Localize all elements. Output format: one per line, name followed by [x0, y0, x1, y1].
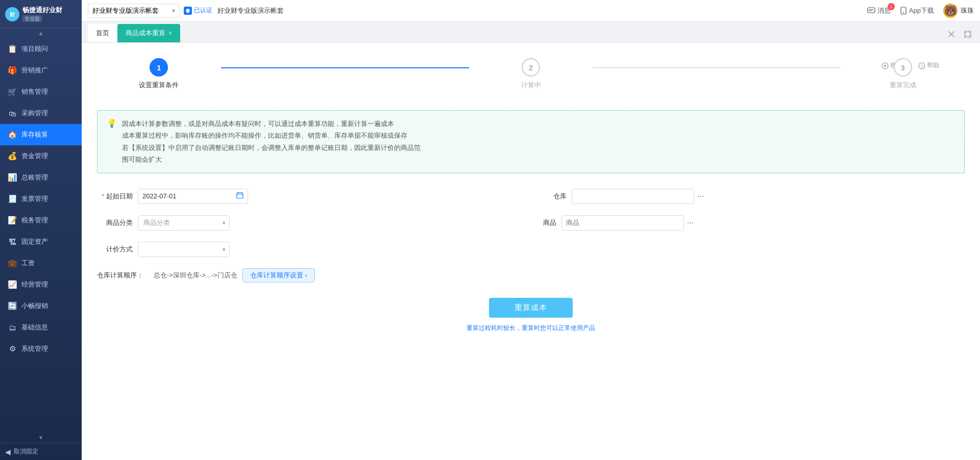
assets-icon: 🏗 [7, 237, 17, 247]
svg-rect-10 [237, 193, 243, 198]
step-1-label: 设置重算条件 [139, 81, 179, 90]
main-area: 好业财专业版演示帐套 ▾ 已认证 好业财专业版演示帐套 消息 1 [82, 0, 980, 460]
sidebar-unpin[interactable]: ◀ 取消固定 [0, 443, 82, 460]
warehouse-label: 仓库 [531, 192, 567, 201]
invoice-icon: 🧾 [7, 194, 17, 204]
tabbar-right [945, 28, 974, 42]
sidebar-item-finance[interactable]: 💰 资金管理 [0, 145, 82, 167]
warehouse-input-wrap [572, 189, 694, 204]
tab-expand-button[interactable] [962, 28, 974, 40]
step-2: 2 计算中 [469, 58, 593, 90]
project-icon: 📋 [7, 44, 17, 54]
form-row-3: 计价方式 ▾ [97, 242, 965, 257]
warehouse-order-row: 仓库计算顺序： 总仓->深圳仓库->...->门店仓 仓库计算顺序设置 › [97, 268, 965, 283]
recalc-section: 重算成本 重算过程耗时较长，重算时您可以正常使用产品 [97, 298, 965, 333]
sidebar-logo-text: 畅捷通好业财 专业版 [22, 6, 62, 22]
sidebar-item-assets[interactable]: 🏗 固定资产 [0, 231, 82, 252]
marketing-icon: 🎁 [7, 65, 17, 75]
tax-icon: 📝 [7, 215, 17, 225]
sidebar-item-project[interactable]: 📋 项目顾问 [0, 38, 82, 60]
accounting-icon: 📊 [7, 172, 17, 183]
page-content: 视频 | ? 帮助 1 设置重算条件 [82, 43, 980, 460]
tab-active[interactable]: 商品成本重算 × [117, 24, 180, 42]
x-icon [948, 31, 955, 38]
svg-rect-2 [868, 8, 875, 13]
step-1: 1 设置重算条件 [97, 58, 221, 90]
pricing-select[interactable] [138, 242, 230, 257]
sidebar-item-expense[interactable]: 🔄 小畅报销 [0, 295, 82, 317]
form-row-1: 起始日期 2022-07-01 [97, 189, 965, 204]
calendar-icon[interactable] [232, 192, 248, 200]
sidebar-item-tax[interactable]: 📝 税务管理 [0, 210, 82, 231]
sales-icon: 🛒 [7, 87, 17, 97]
operation-icon: 📈 [7, 279, 17, 290]
pricing-select-wrap: ▾ [138, 242, 230, 257]
warehouse-input[interactable] [572, 189, 694, 203]
verified-badge: 已认证 [184, 6, 212, 15]
tab-home[interactable]: 首页 [88, 24, 117, 42]
step-3-label: 重算完成 [890, 81, 916, 90]
expense-icon: 🔄 [7, 301, 17, 311]
avatar: 🐻 [943, 4, 958, 18]
start-date-label: 起始日期 [97, 192, 133, 201]
category-label: 商品分类 [97, 218, 133, 227]
message-button[interactable]: 消息 1 [867, 6, 891, 15]
svg-rect-5 [965, 31, 971, 37]
inventory-icon: 🏠 [7, 130, 17, 140]
goods-input[interactable] [562, 216, 683, 230]
system-icon: ⚙ [7, 344, 17, 354]
sidebar-item-sales[interactable]: 🛒 销售管理 [0, 81, 82, 103]
dropdown-arrow-icon: ▾ [172, 7, 175, 14]
app-download-button[interactable]: App下载 [900, 6, 934, 15]
start-date-input[interactable] [138, 189, 232, 203]
logo-icon: 财 [5, 7, 19, 21]
goods-select-button[interactable]: ··· [684, 218, 697, 227]
sidebar-item-operation[interactable]: 📈 经营管理 [0, 274, 82, 295]
sidebar-item-system[interactable]: ⚙ 系统管理 [0, 338, 82, 360]
form-group-warehouse: 仓库 ··· [531, 189, 965, 204]
sidebar-item-marketing[interactable]: 🎁 营销推广 [0, 60, 82, 81]
phone-icon [900, 7, 907, 15]
shield-icon [184, 7, 192, 15]
topbar-right: 消息 1 App下载 🐻 珠珠 [867, 4, 974, 18]
base-icon: 🗂 [7, 322, 17, 333]
sidebar-logo: 财 畅捷通好业财 专业版 [0, 0, 82, 28]
category-select[interactable]: 商品分类 [138, 215, 230, 231]
sidebar-item-purchase[interactable]: 🛍 采购管理 [0, 103, 82, 124]
recalc-button[interactable]: 重算成本 [489, 298, 573, 318]
pricing-label: 计价方式 [97, 245, 133, 254]
warehouse-order-label: 仓库计算顺序： [97, 271, 143, 280]
goods-label: 商品 [531, 218, 556, 227]
svg-point-4 [903, 12, 904, 13]
sidebar-item-salary[interactable]: 💼 工资 [0, 252, 82, 274]
step-2-label: 计算中 [521, 81, 541, 90]
form-row-2: 商品分类 商品分类 ▾ 商品 ··· [97, 215, 965, 231]
expand-icon [964, 31, 971, 38]
tabbar: 首页 商品成本重算 × [82, 21, 980, 43]
step-3-circle: 3 [894, 58, 912, 76]
salary-icon: 💼 [7, 258, 17, 268]
bulb-icon: 💡 [107, 118, 117, 166]
warehouse-select-button[interactable]: ··· [694, 192, 707, 201]
user-menu[interactable]: 🐻 珠珠 [943, 4, 974, 18]
step-2-circle: 2 [522, 58, 540, 76]
start-date-input-wrap[interactable] [138, 189, 248, 204]
recalc-hint: 重算过程耗时较长，重算时您可以正常使用产品 [467, 324, 595, 333]
sidebar-scroll-up[interactable]: ▲ [0, 28, 82, 38]
sidebar-item-inventory[interactable]: 🏠 库存核算 [0, 124, 82, 145]
sidebar-item-invoice[interactable]: 🧾 发票管理 [0, 188, 82, 210]
step-3: 3 重算完成 [841, 58, 965, 90]
warehouse-order-btn[interactable]: 仓库计算顺序设置 › [242, 268, 315, 283]
form-group-goods: 商品 ··· [531, 215, 965, 231]
sidebar-item-base[interactable]: 🗂 基础信息 [0, 317, 82, 338]
stepper: 1 设置重算条件 2 计算中 [97, 53, 965, 95]
sidebar-item-accounting[interactable]: 📊 总账管理 [0, 167, 82, 188]
connector-1 [221, 67, 469, 68]
tab-close-icon[interactable]: × [168, 30, 172, 37]
tab-close-button[interactable] [945, 28, 958, 40]
topbar: 好业财专业版演示帐套 ▾ 已认证 好业财专业版演示帐套 消息 1 [82, 0, 980, 21]
goods-input-wrap [561, 215, 684, 231]
account-dropdown[interactable]: 好业财专业版演示帐套 ▾ [88, 4, 180, 18]
sidebar-scroll-down[interactable]: ▼ [0, 432, 82, 443]
message-icon [867, 7, 875, 15]
